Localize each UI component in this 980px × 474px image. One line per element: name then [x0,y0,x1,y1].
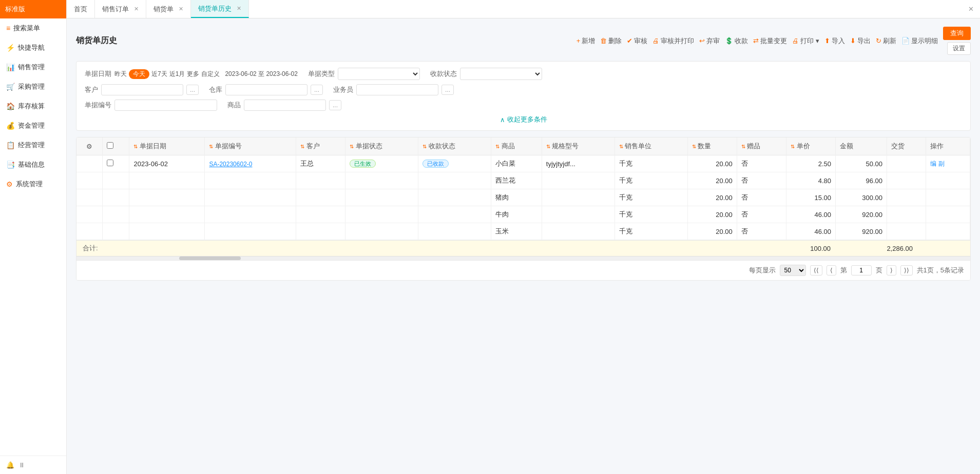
audit-print-button[interactable]: 🖨 审核并打印 [652,36,694,46]
import-button[interactable]: ⬆ 导入 [824,36,845,46]
sidebar-item-quick-nav[interactable]: ⚡ 快捷导航 [0,38,66,57]
doc-number-link[interactable]: SA-20230602-0 [209,161,252,168]
abandon-icon: ↩ [699,37,705,45]
data-table: ⚙ ⇅ 单据日期 ⇅ 单据编号 ⇅ 客户 [76,137,970,240]
select-all-checkbox[interactable] [107,142,113,149]
collect-button[interactable]: 💲 收款 [725,36,748,46]
tab-sales-order[interactable]: 销售订单 ✕ [95,0,146,18]
refresh-button[interactable]: ↻ 刷新 [876,36,896,46]
col-spec-type[interactable]: ⇅ 规格型号 [542,137,614,155]
sidebar-item-inventory[interactable]: 🏠 库存核算 [0,96,66,116]
tab-sales-history[interactable]: 销货单历史 ✕ [191,0,249,18]
setting-button[interactable]: 设置 [947,42,971,55]
date-7days[interactable]: 近7天 [151,70,167,78]
cell-customer [296,189,345,206]
collapse-filter-btn[interactable]: ∧ 收起更多条件 [85,115,962,124]
next-page-button[interactable]: ⟩ [887,265,896,275]
sort-icon: ⇅ [422,144,427,149]
tab-home[interactable]: 首页 [67,0,95,18]
col-collection-status[interactable]: ⇅ 收款状态 [418,137,491,155]
cell-doc-date [129,189,205,206]
col-transaction[interactable]: 交货 [887,137,926,155]
date-range: 2023-06-02 至 2023-06-02 [225,70,297,78]
sort-icon: ⇅ [133,144,138,149]
delete-button[interactable]: 🗑 删除 [600,36,622,46]
cell-checkbox [102,172,129,189]
date-custom[interactable]: 自定义 [201,70,220,78]
first-page-button[interactable]: ⟨⟨ [810,265,822,275]
col-doc-status[interactable]: ⇅ 单据状态 [345,137,418,155]
sidebar-item-sales-mgmt[interactable]: 📊 销售管理 [0,57,66,77]
scrollbar-thumb[interactable] [179,256,241,260]
sidebar-brand: 标准版 [0,0,66,18]
customer-select-btn[interactable]: ... [186,85,199,95]
sidebar-item-search-menu[interactable]: ≡ 搜索菜单 [0,18,66,38]
tab-sales-delivery-close[interactable]: ✕ [179,6,183,12]
goods-input[interactable] [244,100,326,111]
col-gift[interactable]: ⇅ 赠品 [737,137,786,155]
notification-icon[interactable]: 🔔 [6,461,14,469]
audit-print-icon: 🖨 [652,37,659,45]
customer-input[interactable] [101,84,183,95]
tab-sales-delivery[interactable]: 销货单 ✕ [146,0,191,18]
date-1month[interactable]: 近1月 [169,70,185,78]
salesperson-input[interactable] [356,84,438,95]
gear-icon[interactable]: ⚙ [81,143,98,150]
query-button[interactable]: 查询 [943,27,971,40]
sidebar-item-basic-info[interactable]: 📑 基础信息 [0,155,66,174]
row-checkbox[interactable] [107,160,113,166]
filter-date: 单据日期 昨天 今天 近7天 近1月 更多 自定义 2023-06-02 至 2… [85,69,298,79]
date-yesterday[interactable]: 昨天 [114,70,127,78]
date-more[interactable]: 更多 [187,70,199,78]
prev-page-button[interactable]: ⟨ [827,265,836,275]
show-detail-button[interactable]: 📄 显示明细 [901,36,938,46]
new-button[interactable]: + 新增 [577,36,595,46]
audit-button[interactable]: ✔ 审核 [627,36,647,46]
abandon-button[interactable]: ↩ 弃审 [699,36,720,46]
doc-number-input[interactable] [114,100,217,111]
page-number-input[interactable] [851,265,872,275]
sidebar-item-purchase-mgmt[interactable]: 🛒 采购管理 [0,77,66,96]
table-row: 2023-06-02 SA-20230602-0 王总 已生效 已收款 小白菜 … [76,155,970,172]
tab-sales-order-close[interactable]: ✕ [134,6,139,12]
col-amount[interactable]: 金额 [836,137,887,155]
cell-unit-price: 2.50 [786,155,835,172]
tabs-close-all[interactable]: ✕ [962,5,980,13]
table-row: 猪肉 千克 20.00 否 15.00 300.00 [76,189,970,206]
copy-button[interactable]: 副 [938,160,945,167]
col-doc-date[interactable]: ⇅ 单据日期 [129,137,205,155]
cell-gift: 否 [737,172,786,189]
batch-change-button[interactable]: ⇄ 批量变更 [753,36,787,46]
collect-icon: 💲 [725,37,733,45]
col-doc-number[interactable]: ⇅ 单据编号 [205,137,296,155]
warehouse-select-btn[interactable]: ... [311,85,323,95]
sidebar-item-operations-mgmt[interactable]: 📋 经营管理 [0,135,66,155]
col-quantity[interactable]: ⇅ 数量 [687,137,737,155]
filter-collection-status: 收款状态 [430,68,542,80]
cell-transaction [887,155,926,172]
doc-type-select[interactable] [338,68,420,80]
goods-select-btn[interactable]: ... [329,100,341,110]
edit-button[interactable]: 编 [930,160,936,167]
print-icon: 🖨 [792,37,799,45]
export-button[interactable]: ⬇ 导出 [850,36,871,46]
tab-sales-history-close[interactable]: ✕ [237,5,241,12]
sidebar-item-finance-mgmt[interactable]: 💰 资金管理 [0,116,66,135]
collection-status-select[interactable] [460,68,542,80]
warehouse-input[interactable] [225,84,308,95]
print-button[interactable]: 🖨 打印 ▾ [792,36,819,46]
salesperson-select-btn[interactable]: ... [441,85,454,95]
col-sales-unit[interactable]: ⇅ 销售单位 [614,137,687,155]
col-customer[interactable]: ⇅ 客户 [296,137,345,155]
pause-icon[interactable]: ⏸ [18,461,25,469]
page-size-select[interactable]: 50 100 200 [780,265,806,276]
date-today[interactable]: 今天 [129,69,149,79]
cell-doc-status [345,189,418,206]
sidebar-item-system-mgmt[interactable]: ⚙ 系统管理 [0,174,66,194]
cell-action [926,206,970,223]
col-goods[interactable]: ⇅ 商品 [491,137,542,155]
horizontal-scrollbar[interactable] [76,256,970,260]
page-label: 第 [840,266,847,275]
col-unit-price[interactable]: ⇅ 单价 [786,137,835,155]
last-page-button[interactable]: ⟩⟩ [900,265,913,275]
